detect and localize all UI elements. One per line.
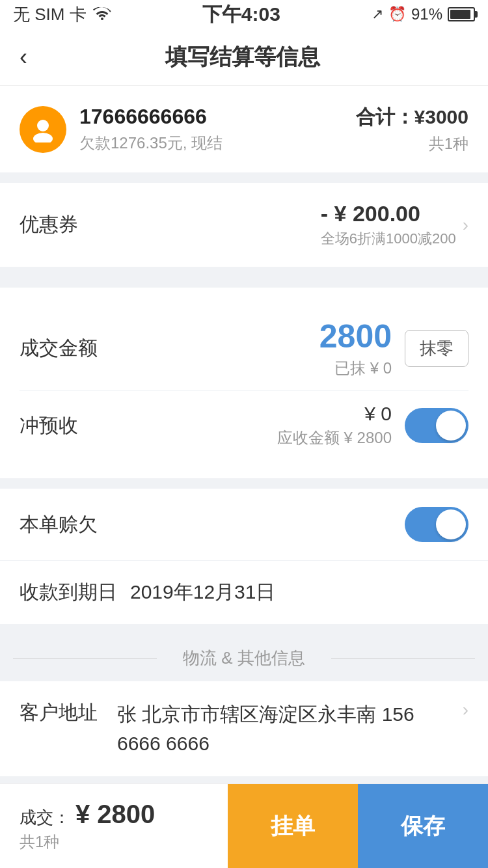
credit-label: 本单赊欠 <box>20 511 98 538</box>
back-button[interactable]: ‹ <box>20 44 27 71</box>
amount-section: 成交金额 2800 已抹 ¥ 0 抹零 冲预收 ¥ 0 应收金额 ¥ 2800 <box>0 288 488 478</box>
divider-line-right <box>331 658 475 658</box>
prepay-row: 冲预收 ¥ 0 应收金额 ¥ 2800 <box>20 390 468 460</box>
user-phone: 17666666666 <box>79 105 223 129</box>
svg-point-0 <box>37 120 49 131</box>
bottom-info: 成交： ¥ 2800 共1种 <box>0 800 228 852</box>
wifi-icon <box>93 5 111 25</box>
deal-sub: 已抹 ¥ 0 <box>319 358 392 379</box>
bottom-deal-row: 成交： ¥ 2800 <box>20 800 208 829</box>
address-value: 张 北京市市辖区海淀区永丰南 156 6666 6666 <box>117 699 463 758</box>
page-title: 填写结算等信息 <box>40 42 445 72</box>
prepay-right: ¥ 0 应收金额 ¥ 2800 <box>277 403 468 448</box>
prepay-label: 冲预收 <box>20 413 78 439</box>
toggle-knob <box>436 411 466 441</box>
credit-section: 本单赊欠 <box>0 489 488 560</box>
svg-point-1 <box>33 133 53 142</box>
address-chevron-icon: › <box>463 699 468 720</box>
save-button[interactable]: 保存 <box>358 784 488 869</box>
user-info: 17666666666 欠款1276.35元, 现结 <box>79 105 223 154</box>
prepay-amount-col: ¥ 0 应收金额 ¥ 2800 <box>277 403 392 448</box>
location-icon: ↗ <box>372 6 383 23</box>
coupon-label: 优惠券 <box>20 211 78 238</box>
total-count: 共1种 <box>356 133 468 154</box>
coupon-discount: - ¥ 200.00 <box>321 201 456 226</box>
coupon-chevron-icon: › <box>463 215 468 236</box>
round-button[interactable]: 抹零 <box>405 330 468 367</box>
gray-divider-3 <box>0 624 488 634</box>
total-amount: 合计：¥3000 <box>356 104 468 131</box>
bottom-bar: 成交： ¥ 2800 共1种 挂单 保存 <box>0 783 488 868</box>
user-right: 合计：¥3000 共1种 <box>356 104 468 154</box>
coupon-row[interactable]: 优惠券 - ¥ 200.00 全场6折满1000减200 › <box>0 183 488 267</box>
coupon-detail: 全场6折满1000减200 <box>321 229 456 249</box>
deal-right: 2800 已抹 ¥ 0 抹零 <box>319 318 468 379</box>
coupon-discount-col: - ¥ 200.00 全场6折满1000减200 <box>321 201 456 249</box>
status-time: 下午4:03 <box>202 1 280 28</box>
status-right: ↗ ⏰ 91% <box>372 5 475 23</box>
gray-divider-1 <box>0 277 488 288</box>
status-bar: 无 SIM 卡 下午4:03 ↗ ⏰ 91% <box>0 0 488 29</box>
bottom-deal-label: 成交： <box>20 806 70 829</box>
battery-label: 91% <box>411 5 442 23</box>
credit-toggle[interactable] <box>405 507 468 542</box>
gray-divider-2 <box>0 478 488 489</box>
prepay-amount: ¥ 0 <box>277 403 392 425</box>
due-date-section: 收款到期日 2019年12月31日 <box>0 560 488 624</box>
bottom-count: 共1种 <box>20 832 208 852</box>
deal-value-col: 2800 已抹 ¥ 0 <box>319 318 392 379</box>
prepay-sub: 应收金额 ¥ 2800 <box>277 427 392 448</box>
user-card: 17666666666 欠款1276.35元, 现结 合计：¥3000 共1种 <box>0 86 488 172</box>
prepay-toggle[interactable] <box>405 408 468 443</box>
logistics-divider: 物流 & 其他信息 <box>0 634 488 681</box>
carrier-label: 无 SIM 卡 <box>13 3 87 26</box>
battery-icon <box>448 7 475 21</box>
due-date-row: 收款到期日 2019年12月31日 <box>20 579 468 606</box>
bottom-deal-amount: ¥ 2800 <box>75 800 155 829</box>
user-left: 17666666666 欠款1276.35元, 现结 <box>20 105 223 154</box>
credit-toggle-knob <box>436 509 466 539</box>
hang-button[interactable]: 挂单 <box>228 784 358 869</box>
address-label: 客户地址 <box>20 699 98 726</box>
deal-label: 成交金额 <box>20 335 98 362</box>
due-date-label: 收款到期日 <box>20 579 117 606</box>
deal-amount-row: 成交金额 2800 已抹 ¥ 0 抹零 <box>20 306 468 390</box>
alarm-icon: ⏰ <box>388 6 406 23</box>
status-left: 无 SIM 卡 <box>13 3 111 26</box>
divider-text: 物流 & 其他信息 <box>183 647 305 670</box>
user-debt: 欠款1276.35元, 现结 <box>79 133 223 154</box>
avatar <box>20 106 66 153</box>
due-date-value: 2019年12月31日 <box>130 579 275 606</box>
address-section[interactable]: 客户地址 张 北京市市辖区海淀区永丰南 156 6666 6666 › <box>0 681 488 776</box>
deal-value: 2800 <box>319 318 392 355</box>
divider-line-left <box>13 658 157 658</box>
coupon-right: - ¥ 200.00 全场6折满1000减200 › <box>321 201 468 249</box>
nav-bar: ‹ 填写结算等信息 <box>0 29 488 86</box>
